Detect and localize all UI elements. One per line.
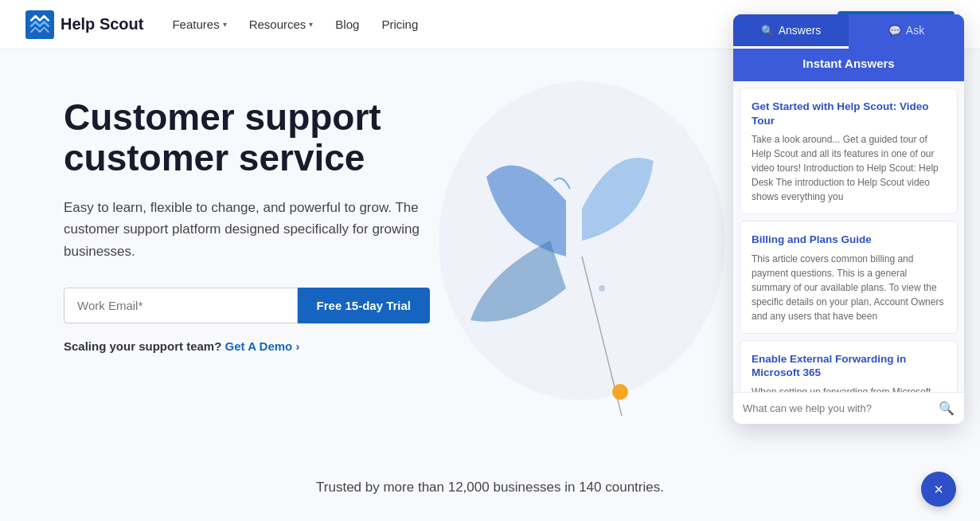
nav-item-features[interactable]: Features ▾ — [172, 18, 226, 31]
chat-article-1[interactable]: Billing and Plans Guide This article cov… — [740, 221, 958, 334]
logo-icon — [25, 10, 54, 39]
hero-subtitle: Easy to learn, flexible to change, and p… — [64, 197, 446, 262]
demo-line: Scaling your support team? Get A Demo › — [64, 339, 510, 353]
free-trial-button[interactable]: Free 15-day Trial — [298, 288, 430, 323]
email-form: Free 15-day Trial — [64, 288, 430, 323]
hero-title: Customer support customer service — [64, 97, 510, 178]
chat-subheader: Instant Answers — [733, 49, 964, 81]
chat-widget: 🔍 Answers 💬 Ask Instant Answers Get Star… — [733, 14, 964, 424]
article-excerpt-1: This article covers common billing and p… — [752, 252, 946, 323]
svg-point-3 — [599, 285, 605, 292]
email-input[interactable] — [64, 288, 298, 323]
nav-item-resources[interactable]: Resources ▾ — [249, 18, 314, 31]
chat-body: Get Started with Help Scout: Video Tour … — [733, 81, 964, 392]
nav-item-blog[interactable]: Blog — [335, 18, 359, 31]
article-excerpt-2: When setting up forwarding from Microsof… — [752, 385, 946, 392]
nav-links: Features ▾ Resources ▾ Blog Pricing — [172, 18, 418, 31]
svg-point-2 — [612, 384, 628, 400]
chat-header: 🔍 Answers 💬 Ask Instant Answers — [733, 14, 964, 81]
logo-text: Help Scout — [61, 15, 143, 33]
chat-close-button[interactable]: × — [921, 472, 956, 507]
logo-link[interactable]: Help Scout — [25, 10, 143, 39]
search-icon: 🔍 — [761, 25, 774, 37]
chat-footer: 🔍 — [733, 392, 964, 424]
close-icon: × — [934, 480, 943, 499]
trusted-text: Trusted by more than 12,000 businesses i… — [316, 480, 664, 496]
article-title-1: Billing and Plans Guide — [752, 233, 946, 247]
chat-search-input[interactable] — [743, 402, 932, 414]
search-icon: 🔍 — [939, 401, 955, 416]
tab-answers[interactable]: 🔍 Answers — [733, 14, 849, 49]
get-demo-link[interactable]: Get A Demo › — [225, 339, 300, 353]
tab-ask[interactable]: 💬 Ask — [849, 14, 964, 49]
chevron-down-icon: ▾ — [223, 20, 227, 29]
nav-item-pricing[interactable]: Pricing — [381, 18, 418, 31]
chevron-down-icon: ▾ — [309, 20, 313, 29]
chat-article-2[interactable]: Enable External Forwarding in Microsoft … — [740, 340, 958, 392]
chat-icon: 💬 — [888, 25, 901, 37]
article-title-2: Enable External Forwarding in Microsoft … — [752, 352, 946, 380]
article-title-0: Get Started with Help Scout: Video Tour — [752, 100, 946, 127]
chat-tabs: 🔍 Answers 💬 Ask — [733, 14, 964, 49]
article-excerpt-0: Take a look around... Get a guided tour … — [752, 132, 946, 204]
hero-content: Customer support customer service Easy t… — [64, 97, 510, 353]
chat-article-0[interactable]: Get Started with Help Scout: Video Tour … — [740, 88, 958, 214]
